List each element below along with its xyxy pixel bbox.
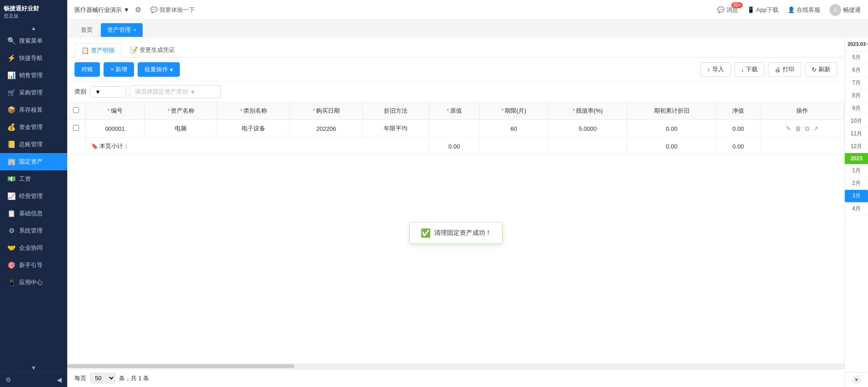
horizontal-scrollbar[interactable] — [67, 363, 844, 369]
success-toast: ✅ 清理固定资产成功！ — [409, 222, 503, 244]
month-item-12月[interactable]: 12月 — [845, 140, 868, 153]
month-item-4月[interactable]: 4月 — [845, 203, 868, 215]
success-icon: ✅ — [421, 228, 431, 238]
month-item-5月[interactable]: 5月 — [845, 51, 868, 64]
experience-button[interactable]: 💬 我要体验一下 — [150, 6, 195, 14]
print-icon: 🖨 — [775, 66, 781, 73]
month-item-8月[interactable]: 8月 — [845, 89, 868, 102]
topbar-settings-icon[interactable]: ⚙ — [135, 5, 141, 14]
batch-ops-button[interactable]: 批量操作 ▾ — [138, 62, 180, 77]
sidebar-item-basic-info[interactable]: 📋 基础信息 — [0, 205, 67, 222]
month-item-9月[interactable]: 9月 — [845, 102, 868, 115]
reconcile-button[interactable]: 对账 — [74, 62, 100, 77]
month-item-6月[interactable]: 6月 — [845, 64, 868, 77]
app-download-icon: 📱 — [747, 6, 754, 13]
payroll-icon: 💵 — [7, 175, 15, 183]
sidebar-item-purchase[interactable]: 🛒 采购管理 — [0, 84, 67, 101]
sidebar-item-app-center[interactable]: 📱 应用中心 — [0, 274, 67, 291]
delete-icon[interactable]: 🗑 — [795, 125, 801, 132]
company-selector[interactable]: 医疗器械行业演示 ▼ — [74, 6, 129, 14]
row-code: 000001 — [85, 120, 144, 138]
export-button[interactable]: ↑ 导入 — [700, 62, 731, 77]
right-panel-close-icon[interactable]: × — [866, 41, 868, 47]
print-label: 打印 — [783, 65, 794, 74]
download-button[interactable]: ↓ 下载 — [734, 62, 765, 77]
user-profile[interactable]: 人 畅捷通 — [829, 4, 861, 16]
refresh-label: 刷新 — [818, 65, 830, 74]
filter-category-select[interactable]: ▼ — [90, 86, 126, 98]
edit-icon[interactable]: ✎ — [786, 125, 791, 132]
subtotal-checkbox — [67, 138, 85, 155]
row-checkbox[interactable] — [73, 125, 79, 131]
month-item-10月[interactable]: 10月 — [845, 115, 868, 128]
company-name: 医疗器械行业演示 — [74, 6, 122, 14]
col-residual: *残值率(%) — [548, 102, 627, 120]
sub-tab-change-voucher[interactable]: 📝 变更生成凭证 — [123, 43, 182, 57]
tab-asset-management[interactable]: 资产管理 × — [101, 23, 143, 37]
sidebar-item-enterprise[interactable]: 🤝 企业协同 — [0, 239, 67, 257]
sidebar-item-sales[interactable]: 📊 销售管理 — [0, 67, 67, 84]
topbar: 医疗器械行业演示 ▼ ⚙ 💬 我要体验一下 💬 消息 99+ 📱 App下载 👤… — [67, 0, 868, 20]
sidebar-item-fixed-assets[interactable]: 🏢 固定资产 — [0, 153, 67, 170]
reconcile-label: 对账 — [81, 65, 93, 74]
month-item-3月[interactable]: 3月 — [845, 190, 868, 203]
row-purchase-date: 202206 — [290, 120, 362, 138]
sidebar-item-guide[interactable]: 🎯 新手引导 — [0, 257, 67, 274]
settings-icon[interactable]: ⚙ — [5, 376, 11, 383]
online-service-button[interactable]: 👤 在线客服 — [788, 6, 820, 14]
app-download-button[interactable]: 📱 App下载 — [747, 6, 779, 14]
sidebar-item-search[interactable]: 🔍 搜索菜单 — [0, 32, 67, 50]
new-label: + 新增 — [110, 65, 127, 74]
per-page-label: 每页 — [74, 374, 86, 382]
col-period: *期限(月) — [479, 102, 548, 120]
right-panel-controls: × ⤢ — [866, 41, 868, 47]
sidebar-item-quick-nav[interactable]: ⚡ 快捷导航 — [0, 50, 67, 67]
filter-asset-category-input[interactable]: 请选择固定资产类别 ▼ — [130, 85, 221, 98]
sidebar-bottom: ⚙ ◀ — [0, 372, 67, 387]
tab-close-icon[interactable]: × — [134, 27, 136, 33]
refresh-button[interactable]: ↻ 刷新 — [805, 62, 837, 77]
filter-category-label: 类别 — [74, 88, 86, 96]
col-net-value: 净值 — [716, 102, 760, 120]
row-residual-rate: 5.0000 — [548, 120, 627, 138]
batch-arrow-icon: ▾ — [170, 66, 173, 73]
more-icon[interactable]: ↗ — [813, 125, 818, 132]
col-category: *类别名称 — [217, 102, 290, 120]
asset-detail-label: 资产明细 — [91, 46, 114, 55]
copy-icon[interactable]: ⧉ — [805, 125, 809, 133]
month-item-2023[interactable]: 2023 — [845, 153, 868, 164]
month-item-7月[interactable]: 7月 — [845, 77, 868, 89]
content-main: 📋 资产明细 📝 变更生成凭证 对账 + 新增 批量操作 ▾ — [67, 37, 844, 387]
tab-home[interactable]: 首页 — [74, 23, 99, 37]
month-item-1月[interactable]: 1月 — [845, 164, 868, 177]
per-page-select[interactable]: 50 100 200 — [90, 373, 115, 383]
sidebar-label-sales: 销售管理 — [19, 71, 43, 79]
select-all-checkbox[interactable] — [73, 107, 79, 113]
sub-tab-asset-detail[interactable]: 📋 资产明细 — [74, 43, 121, 58]
sidebar-item-operations[interactable]: 📈 经营管理 — [0, 188, 67, 205]
collapse-icon[interactable]: ◀ — [57, 376, 62, 383]
month-item-11月[interactable]: 11月 — [845, 128, 868, 140]
right-panel: 2023.03 × ⤢ 5月6月7月8月9月10月11月12月20231月2月3… — [844, 37, 868, 387]
sidebar-item-system[interactable]: ⚙ 系统管理 — [0, 222, 67, 239]
tab-home-label: 首页 — [81, 26, 93, 34]
message-button[interactable]: 💬 消息 99+ — [717, 6, 738, 14]
sub-tabs: 📋 资产明细 📝 变更生成凭证 — [67, 37, 844, 58]
sidebar-item-payroll[interactable]: 💵 工资 — [0, 170, 67, 188]
month-scroll-down[interactable]: ▼ — [852, 375, 861, 384]
scrollbar-thumb[interactable] — [67, 364, 294, 368]
sidebar-scroll-down[interactable]: ▼ — [0, 364, 67, 372]
new-button[interactable]: + 新增 — [104, 62, 134, 77]
sidebar-label-inventory: 库存核算 — [19, 106, 43, 114]
row-initial-accum: 0.00 — [627, 120, 716, 138]
sidebar-item-inventory[interactable]: 📦 库存核算 — [0, 101, 67, 119]
print-button[interactable]: 🖨 打印 — [768, 62, 801, 77]
sidebar-scroll-up[interactable]: ▲ — [0, 24, 67, 32]
sidebar-item-ledger[interactable]: 📒 总账管理 — [0, 136, 67, 153]
month-item-2月[interactable]: 2月 — [845, 177, 868, 190]
sidebar-item-funds[interactable]: 💰 资金管理 — [0, 119, 67, 136]
sidebar-label-operations: 经营管理 — [19, 192, 43, 200]
experience-label: 我要体验一下 — [159, 6, 195, 14]
operations-icon: 📈 — [7, 192, 15, 200]
sidebar-logo: 畅捷通好业财 普及版 — [0, 0, 67, 24]
